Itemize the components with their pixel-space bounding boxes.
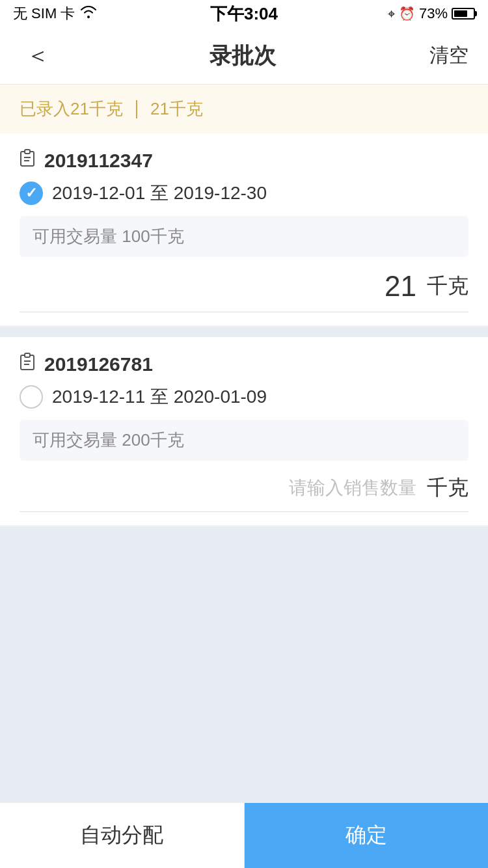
status-right: ⌖ ⏰ 73%: [388, 5, 475, 22]
batch2-radio[interactable]: [20, 385, 43, 409]
battery-percent: 73%: [419, 5, 448, 22]
auto-distribute-button[interactable]: 自动分配: [0, 803, 245, 868]
batch2-unit: 千克: [427, 474, 468, 502]
page-title: 录批次: [210, 41, 276, 71]
batch1-availability: 可用交易量 100千克: [20, 216, 468, 257]
empty-area: [0, 526, 488, 803]
batch2-input-placeholder[interactable]: 请输入销售数量: [20, 476, 416, 500]
batch1-unit: 千克: [427, 272, 468, 301]
status-time: 下午3:04: [210, 3, 278, 25]
clear-button[interactable]: 清空: [429, 42, 468, 69]
batch1-icon: [20, 149, 38, 172]
svg-rect-5: [25, 353, 30, 357]
alarm-icon: ⏰: [399, 6, 415, 21]
summary-recorded-label: 已录入21千克: [20, 98, 123, 120]
battery-icon: [452, 8, 475, 20]
batch1-date: 2019-12-01 至 2019-12-30: [52, 181, 267, 206]
batch-card-2: 2019126781 2019-12-11 至 2020-01-09 可用交易量…: [0, 337, 488, 525]
summary-divider: [136, 100, 137, 118]
batch2-availability: 可用交易量 200千克: [20, 420, 468, 461]
svg-rect-1: [25, 150, 30, 154]
status-bar: 无 SIM 卡 下午3:04 ⌖ ⏰ 73%: [0, 0, 488, 27]
batch1-radio[interactable]: [20, 182, 43, 205]
back-button[interactable]: ＜: [20, 33, 56, 78]
separator-1: [0, 327, 488, 337]
summary-bar: 已录入21千克 21千克: [0, 85, 488, 133]
status-left: 无 SIM 卡: [13, 4, 97, 23]
batch2-date-row: 2019-12-11 至 2020-01-09: [20, 385, 468, 409]
batch-card-1: 2019112347 2019-12-01 至 2019-12-30 可用交易量…: [0, 133, 488, 325]
summary-amount-label: 21千克: [150, 98, 203, 120]
batch2-icon: [20, 353, 38, 375]
location-icon: ⌖: [388, 7, 395, 21]
wifi-icon: [80, 5, 97, 22]
confirm-button[interactable]: 确定: [245, 803, 489, 868]
carrier-label: 无 SIM 卡: [13, 4, 75, 23]
batch2-id: 2019126781: [44, 353, 153, 375]
batch1-header: 2019112347: [20, 149, 468, 172]
content-area: 已录入21千克 21千克 2019112347 2019-12-01 至 2: [0, 85, 488, 803]
batch2-date: 2019-12-11 至 2020-01-09: [52, 385, 267, 409]
batch1-date-row: 2019-12-01 至 2019-12-30: [20, 181, 468, 206]
batch1-id: 2019112347: [44, 150, 153, 172]
batch1-amount: 21: [385, 270, 416, 303]
batch2-header: 2019126781: [20, 353, 468, 375]
nav-bar: ＜ 录批次 清空: [0, 27, 488, 85]
bottom-bar: 自动分配 确定: [0, 803, 488, 868]
